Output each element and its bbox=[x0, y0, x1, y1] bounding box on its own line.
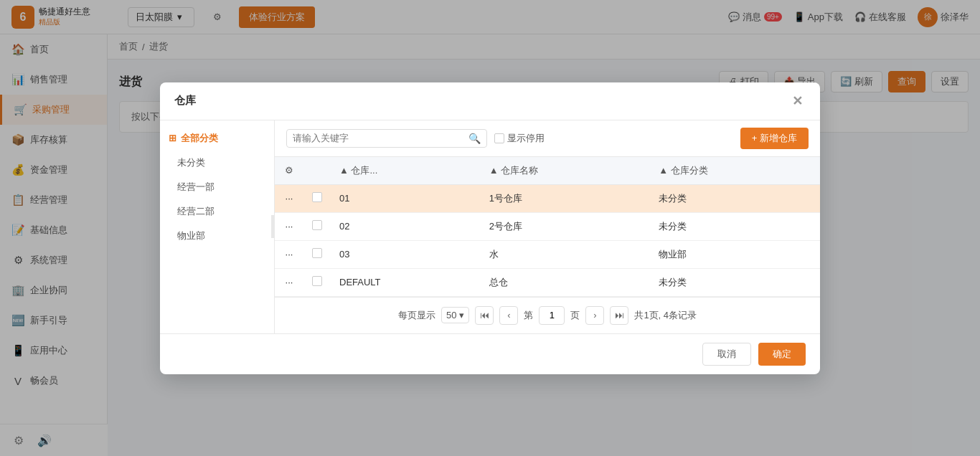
table-row[interactable]: ··· 01 1号仓库 未分类 bbox=[275, 184, 820, 212]
collapse-category-button[interactable]: 《 bbox=[271, 215, 275, 238]
dialog-title: 仓库 bbox=[174, 94, 196, 108]
category-item-property[interactable]: 物业部 bbox=[160, 224, 274, 248]
show-disabled-label[interactable]: 显示停用 bbox=[494, 132, 545, 145]
page-label: 第 bbox=[524, 309, 533, 322]
search-input[interactable] bbox=[293, 133, 468, 143]
all-category-label: 全部分类 bbox=[181, 132, 218, 145]
table-row[interactable]: ··· 03 水 物业部 bbox=[275, 240, 820, 268]
category-item-dept1[interactable]: 经营一部 bbox=[160, 175, 274, 199]
row-actions[interactable]: ··· bbox=[275, 240, 303, 268]
warehouse-data-table: ⚙ ▲ 仓库... ▲ 仓库名称 ▲ 仓库分类 bbox=[275, 157, 820, 297]
row-no: DEFAULT bbox=[331, 268, 481, 296]
table-row[interactable]: ··· 02 2号仓库 未分类 bbox=[275, 212, 820, 240]
search-input-wrap: 🔍 bbox=[286, 129, 487, 148]
search-icon[interactable]: 🔍 bbox=[468, 133, 481, 144]
row-checkbox[interactable] bbox=[303, 184, 331, 212]
row-checkbox[interactable] bbox=[303, 212, 331, 240]
last-page-button[interactable]: ⏭ bbox=[610, 306, 628, 325]
show-disabled-text: 显示停用 bbox=[507, 132, 545, 145]
page-unit: 页 bbox=[570, 309, 580, 322]
row-no: 02 bbox=[331, 212, 481, 240]
page-input[interactable] bbox=[539, 306, 565, 325]
col-code: ▲ 仓库... bbox=[331, 157, 481, 185]
row-no: 03 bbox=[331, 240, 481, 268]
first-page-button[interactable]: ⏮ bbox=[475, 306, 494, 325]
confirm-button[interactable]: 确定 bbox=[758, 343, 806, 366]
per-page-label: 每页显示 bbox=[398, 309, 435, 322]
table-header-row: ⚙ ▲ 仓库... ▲ 仓库名称 ▲ 仓库分类 bbox=[275, 157, 820, 185]
grid-icon: ⊞ bbox=[169, 133, 176, 143]
dialog-close-button[interactable]: ✕ bbox=[788, 92, 806, 110]
total-info: 共1页, 4条记录 bbox=[634, 309, 697, 322]
all-category-header[interactable]: ⊞ 全部分类 bbox=[160, 126, 274, 151]
row-actions[interactable]: ··· bbox=[275, 268, 303, 296]
category-item-uncat[interactable]: 未分类 bbox=[160, 151, 274, 175]
page-size-value: 50 bbox=[446, 310, 456, 320]
row-category: 未分类 bbox=[650, 212, 820, 240]
col-settings: ⚙ bbox=[275, 157, 303, 185]
row-name: 水 bbox=[481, 240, 651, 268]
warehouse-table: ⚙ ▲ 仓库... ▲ 仓库名称 ▲ 仓库分类 bbox=[275, 157, 820, 297]
dialog-header: 仓库 ✕ bbox=[160, 82, 820, 120]
col-name: ▲ 仓库名称 bbox=[481, 157, 651, 185]
table-row[interactable]: ··· DEFAULT 总仓 未分类 bbox=[275, 268, 820, 296]
col-checkbox bbox=[303, 157, 331, 185]
next-page-button[interactable]: › bbox=[585, 306, 604, 325]
show-disabled-checkbox[interactable] bbox=[494, 133, 504, 143]
row-checkbox[interactable] bbox=[303, 240, 331, 268]
row-name: 1号仓库 bbox=[481, 184, 651, 212]
dialog-body: ⊞ 全部分类 未分类经营一部经营二部物业部 《 🔍 显示停用 bbox=[160, 120, 820, 333]
category-item-dept2[interactable]: 经营二部 bbox=[160, 199, 274, 224]
warehouse-dialog: 仓库 ✕ ⊞ 全部分类 未分类经营一部经营二部物业部 《 🔍 bbox=[160, 82, 820, 374]
row-name: 总仓 bbox=[481, 268, 651, 296]
dialog-footer: 取消 确定 bbox=[160, 333, 820, 374]
col-category: ▲ 仓库分类 bbox=[650, 157, 820, 185]
row-no: 01 bbox=[331, 184, 481, 212]
row-checkbox[interactable] bbox=[303, 268, 331, 296]
pagination-bar: 每页显示 50 ▾ ⏮ ‹ 第 页 › ⏭ 共1页, 4条记录 bbox=[275, 297, 820, 333]
chevron-down-icon: ▾ bbox=[459, 310, 464, 320]
row-category: 未分类 bbox=[650, 268, 820, 296]
add-warehouse-button[interactable]: + 新增仓库 bbox=[740, 128, 809, 149]
dialog-overlay: 仓库 ✕ ⊞ 全部分类 未分类经营一部经营二部物业部 《 🔍 bbox=[0, 0, 980, 456]
row-actions[interactable]: ··· bbox=[275, 212, 303, 240]
table-toolbar: 🔍 显示停用 + 新增仓库 bbox=[275, 120, 820, 157]
row-category: 物业部 bbox=[650, 240, 820, 268]
row-actions[interactable]: ··· bbox=[275, 184, 303, 212]
cancel-button[interactable]: 取消 bbox=[702, 343, 751, 366]
prev-page-button[interactable]: ‹ bbox=[499, 306, 518, 325]
row-category: 未分类 bbox=[650, 184, 820, 212]
category-panel: ⊞ 全部分类 未分类经营一部经营二部物业部 《 bbox=[160, 120, 275, 333]
page-size-select[interactable]: 50 ▾ bbox=[441, 307, 469, 323]
row-name: 2号仓库 bbox=[481, 212, 651, 240]
table-panel: 🔍 显示停用 + 新增仓库 ⚙ bbox=[275, 120, 820, 333]
